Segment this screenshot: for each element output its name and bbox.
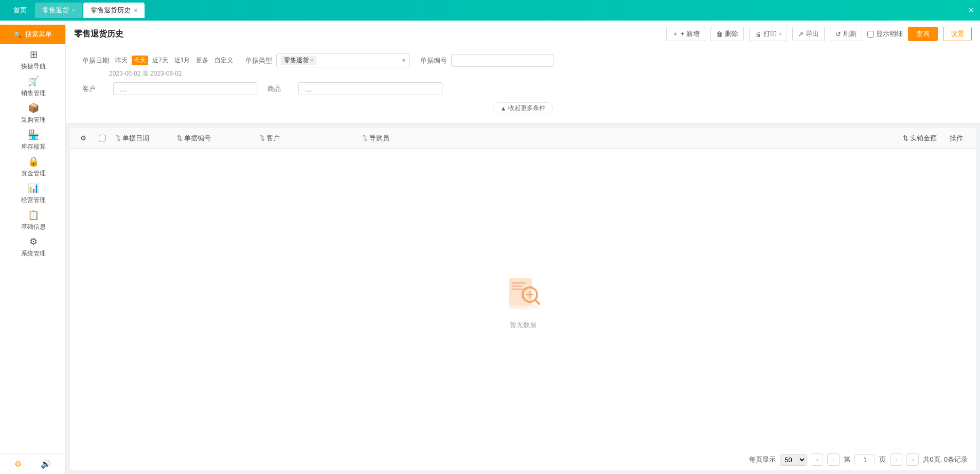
total-label: 共0页, 0条记录 (923, 455, 968, 464)
sidebar-item-basic-info[interactable]: 📋 基础信息 (0, 207, 65, 233)
sidebar-item-purchase-mgmt[interactable]: 📦 采购管理 (0, 100, 65, 126)
svg-line-6 (535, 300, 539, 304)
settings-column-icon: ⚙ (80, 134, 86, 142)
sidebar-item-sales-mgmt[interactable]: 🛒 销售管理 (0, 73, 65, 100)
select-all-checkbox[interactable] (99, 135, 105, 141)
sidebar-item-system-mgmt[interactable]: ⚙ 系统管理 (0, 233, 65, 260)
tab-retail-return-history-label: 零售退货历史 (91, 6, 131, 15)
add-button[interactable]: ＋ + 新增 (666, 27, 705, 41)
print-button[interactable]: 🖨 打印 ▾ (749, 27, 787, 41)
export-button[interactable]: ↗ 导出 (792, 27, 825, 41)
tab-retail-return-history-close[interactable]: × (134, 7, 137, 13)
sidebar-search[interactable]: 🔍 搜索菜单 (0, 25, 65, 44)
table-container: ⚙ ⇅ 单据日期 ⇅ 单据编号 ⇅ 客户 ⇅ (70, 128, 976, 470)
tab-home[interactable]: 首页 (6, 3, 34, 18)
th-settings[interactable]: ⚙ (74, 134, 93, 142)
settings-label: 设置 (951, 30, 964, 38)
add-label: + 新增 (681, 29, 700, 39)
empty-illustration (500, 268, 546, 314)
collapse-bar: ▲ 收起更多条件 (82, 100, 964, 117)
customer-ellipsis-button[interactable]: ... (118, 84, 129, 93)
empty-state: 暂无数据 (500, 268, 546, 330)
date-shortcuts: 昨天 今天 近7天 近1月 更多 自定义 (113, 56, 235, 65)
doc-type-tag: 零售退货 × (281, 56, 316, 65)
sidebar-settings-icon[interactable]: ⚙ (14, 459, 22, 469)
th-date-icon: ⇅ (115, 134, 121, 142)
filter-doc-type-label: 单据类型 (245, 56, 272, 65)
refresh-icon: ↺ (835, 30, 841, 38)
per-page-select[interactable]: 50 20 100 (780, 454, 807, 466)
doc-type-tag-close[interactable]: × (310, 58, 313, 63)
settings-button[interactable]: 设置 (943, 27, 972, 41)
svg-rect-2 (511, 282, 526, 284)
query-button[interactable]: 查询 (908, 27, 938, 41)
refresh-button[interactable]: ↺ 刷新 (830, 27, 862, 41)
th-no-icon: ⇅ (177, 134, 183, 142)
sidebar: 🔍 搜索菜单 ⊞ 快捷导航 🛒 销售管理 📦 采购管理 🏪 库存核算 🔒 资金管… (0, 21, 66, 474)
doc-type-chevron-icon: ▾ (402, 57, 405, 64)
date-shortcut-7days[interactable]: 近7天 (150, 56, 170, 65)
per-page-label: 每页显示 (749, 455, 776, 464)
sidebar-item-operations-mgmt-label: 经营管理 (21, 196, 46, 205)
filter-row-1: 单据日期 昨天 今天 近7天 近1月 更多 自定义 单据类型 (82, 53, 964, 67)
print-icon: 🖨 (755, 30, 761, 38)
inventory-check-icon: 🏪 (28, 129, 39, 140)
show-detail-label: 显示明细 (876, 29, 903, 39)
th-guide-label: 导购员 (369, 134, 389, 143)
date-shortcut-yesterday[interactable]: 昨天 (113, 56, 130, 65)
print-label: 打印 (763, 29, 777, 39)
page-number-input[interactable] (854, 454, 875, 465)
page-suffix: 页 (879, 455, 886, 464)
basic-info-icon: 📋 (28, 209, 39, 221)
tab-retail-return-history[interactable]: 零售退货历史 × (83, 3, 144, 18)
sidebar-item-quick-nav[interactable]: ⊞ 快捷导航 (0, 46, 65, 73)
sidebar-item-operations-mgmt[interactable]: 📊 经营管理 (0, 180, 65, 207)
filter-goods-label: 商品 (268, 84, 294, 94)
th-amount: ⇅ 实销金额 (420, 134, 941, 143)
table-header: ⚙ ⇅ 单据日期 ⇅ 单据编号 ⇅ 客户 ⇅ (70, 128, 976, 149)
first-page-button[interactable]: « (811, 453, 823, 466)
empty-text: 暂无数据 (510, 320, 537, 330)
export-icon: ↗ (798, 30, 804, 38)
sidebar-item-capital-mgmt[interactable]: 🔒 资金管理 (0, 153, 65, 180)
system-mgmt-icon: ⚙ (29, 236, 38, 247)
collapse-button[interactable]: ▲ 收起更多条件 (493, 102, 554, 114)
delete-button[interactable]: 🗑 删除 (710, 27, 744, 41)
goods-input[interactable]: ... (298, 82, 442, 95)
pagination: 每页显示 50 20 100 « ‹ 第 页 › » 共0页, 0条记录 (70, 449, 976, 470)
th-date: ⇅ 单据日期 (111, 134, 173, 143)
show-detail-checkbox[interactable] (867, 31, 874, 38)
th-amount-label: 实销金额 (910, 134, 937, 143)
th-ops-label: 操作 (950, 134, 963, 143)
sales-mgmt-icon: 🛒 (28, 76, 39, 87)
page-header: 零售退货历史 ＋ + 新增 🗑 删除 🖨 打印 ▾ (66, 21, 980, 124)
doc-type-dropdown[interactable]: 零售退货 × ▾ (276, 53, 410, 67)
th-date-label: 单据日期 (122, 134, 149, 143)
doc-no-input[interactable] (451, 54, 554, 67)
goods-ellipsis-button[interactable]: ... (303, 84, 314, 93)
prev-page-button[interactable]: ‹ (827, 453, 840, 466)
th-checkbox[interactable] (93, 135, 111, 141)
sidebar-item-inventory-check[interactable]: 🏪 库存核算 (0, 126, 65, 153)
date-shortcut-1month[interactable]: 近1月 (172, 56, 192, 65)
show-detail-checkbox-label[interactable]: 显示明细 (867, 29, 903, 39)
sidebar-item-capital-mgmt-label: 资金管理 (21, 169, 46, 178)
purchase-mgmt-icon: 📦 (28, 102, 39, 114)
last-page-button[interactable]: » (906, 453, 919, 466)
window-close-button[interactable]: × (968, 5, 974, 16)
next-page-button[interactable]: › (890, 453, 902, 466)
filter-goods: 商品 ... (268, 82, 442, 95)
sidebar-sound-icon[interactable]: 🔊 (41, 459, 51, 469)
collapse-label: 收起更多条件 (508, 104, 545, 113)
date-shortcut-more[interactable]: 更多 (194, 56, 210, 65)
date-shortcut-today[interactable]: 今天 (132, 56, 148, 65)
customer-input[interactable]: ... (113, 82, 257, 95)
date-shortcut-custom[interactable]: 自定义 (212, 56, 235, 65)
tab-bar: 首页 零售退货 × 零售退货历史 × (6, 3, 968, 18)
search-icon: 🔍 (14, 31, 22, 39)
collapse-icon: ▲ (501, 105, 507, 112)
filter-date-label: 单据日期 (82, 56, 109, 65)
tab-retail-return-close[interactable]: × (72, 7, 75, 13)
page-title: 零售退货历史 (74, 29, 123, 40)
tab-retail-return[interactable]: 零售退货 × (35, 3, 82, 18)
